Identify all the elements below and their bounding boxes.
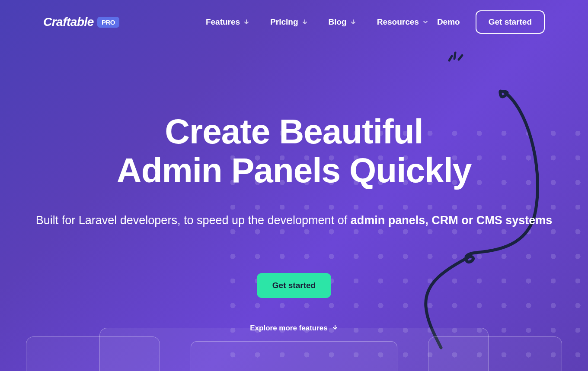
nav-blog[interactable]: Blog (329, 17, 356, 27)
hero-subtitle-prefix: Built for Laravel developers, to speed u… (36, 214, 351, 227)
hero-title-line1: Create Beautiful (165, 112, 423, 151)
nav-features-label: Features (206, 17, 240, 27)
header-actions: Demo Get started (437, 10, 545, 34)
hero-section: Create Beautiful Admin Panels Quickly Bu… (0, 44, 588, 333)
demo-link[interactable]: Demo (437, 17, 460, 27)
nav-pricing-label: Pricing (270, 17, 298, 27)
get-started-button[interactable]: Get started (476, 10, 545, 34)
explore-link[interactable]: Explore more features (250, 324, 338, 333)
header: Craftable PRO Features Pricing Blog Reso… (0, 0, 588, 44)
explore-label: Explore more features (250, 324, 328, 333)
arrow-down-icon (302, 19, 308, 25)
preview-panel-inner (191, 341, 397, 371)
nav-blog-label: Blog (329, 17, 347, 27)
arrow-down-icon (243, 19, 249, 25)
arrow-down-icon (332, 324, 338, 333)
logo-badge: PRO (97, 17, 119, 28)
nav-resources[interactable]: Resources (377, 17, 428, 27)
nav-features[interactable]: Features (206, 17, 249, 27)
logo[interactable]: Craftable PRO (43, 15, 119, 29)
chevron-down-icon (422, 19, 428, 25)
arrow-down-icon (350, 19, 356, 25)
preview-panel-center (99, 328, 489, 371)
main-nav: Features Pricing Blog Resources (206, 17, 428, 27)
hero-title-line2: Admin Panels Quickly (117, 151, 471, 190)
hero-subtitle-bold: admin panels, CRM or CMS systems (351, 214, 553, 227)
hero-title: Create Beautiful Admin Panels Quickly (117, 112, 471, 190)
hero-cta-button[interactable]: Get started (257, 273, 331, 298)
nav-resources-label: Resources (377, 17, 419, 27)
sparkle-icon (446, 48, 465, 67)
hero-subtitle: Built for Laravel developers, to speed u… (36, 214, 553, 227)
nav-pricing[interactable]: Pricing (270, 17, 307, 27)
logo-text: Craftable (43, 15, 94, 29)
